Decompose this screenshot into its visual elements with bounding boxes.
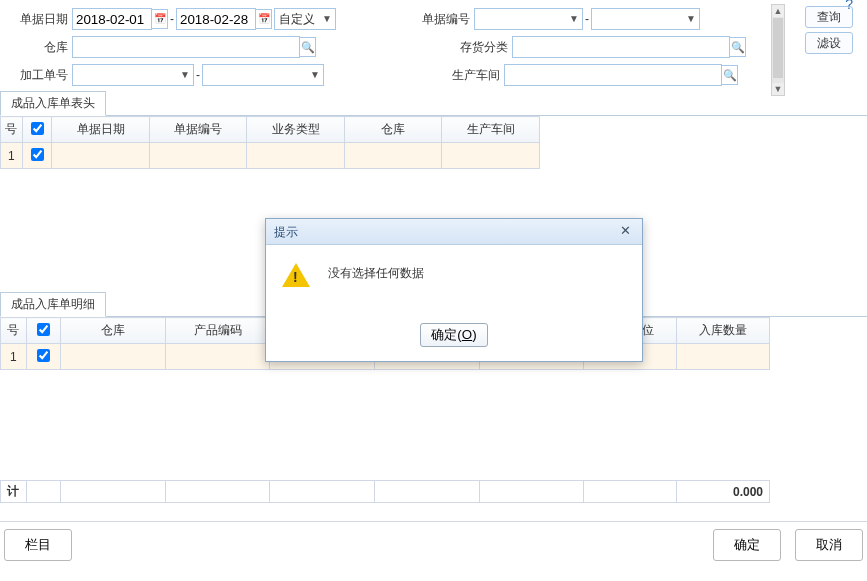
alert-dialog: 提示 ✕ 没有选择任何数据 确定(O)	[265, 218, 643, 362]
search-icon[interactable]: 🔍	[300, 37, 316, 57]
cancel-button[interactable]: 取消	[795, 529, 863, 561]
dialog-message: 没有选择任何数据	[328, 263, 424, 282]
cell-index: 1	[1, 143, 23, 169]
filter-scrollbar[interactable]: ▲ ▼	[771, 4, 785, 96]
col-no: 单据编号	[149, 117, 247, 143]
col-ws: 生产车间	[442, 117, 540, 143]
columns-button[interactable]: 栏目	[4, 529, 72, 561]
date-preset-value: 自定义	[275, 11, 319, 28]
ok-hotkey: O	[462, 327, 472, 342]
ok-button[interactable]: 确定	[713, 529, 781, 561]
chevron-down-icon[interactable]: ▼	[177, 65, 193, 85]
search-icon[interactable]: 🔍	[730, 37, 746, 57]
col-date: 单据日期	[52, 117, 150, 143]
chevron-down-icon[interactable]: ▼	[683, 9, 699, 29]
col-check	[26, 318, 61, 344]
dialog-ok-button[interactable]: 确定(O)	[420, 323, 487, 347]
docno-from-combo[interactable]: ▼	[474, 8, 583, 30]
processno-to-combo[interactable]: ▼	[202, 64, 324, 86]
dash: -	[168, 12, 176, 26]
search-icon[interactable]: 🔍	[722, 65, 738, 85]
col-biztype: 业务类型	[247, 117, 345, 143]
label-warehouse: 仓库	[0, 39, 72, 56]
docno-to-combo[interactable]: ▼	[591, 8, 700, 30]
totals-qty: 0.000	[676, 481, 769, 503]
col-wh: 仓库	[61, 318, 166, 344]
totals-row: 计 0.000	[0, 480, 770, 503]
workshop-input[interactable]	[504, 64, 722, 86]
date-preset-combo[interactable]: 自定义 ▼	[274, 8, 336, 30]
stockcat-input[interactable]	[512, 36, 730, 58]
date-to-input[interactable]	[176, 8, 256, 30]
col-prodcode: 产品编码	[165, 318, 270, 344]
date-from-input[interactable]	[72, 8, 152, 30]
ok-prefix: 确定(	[431, 327, 461, 342]
col-index: 号	[1, 318, 27, 344]
header-check-all[interactable]	[31, 122, 44, 135]
scroll-thumb[interactable]	[773, 18, 783, 78]
calendar-icon[interactable]: 📅	[256, 9, 272, 29]
dash: -	[194, 68, 202, 82]
calendar-icon[interactable]: 📅	[152, 9, 168, 29]
filter-settings-button[interactable]: 滤设	[805, 32, 853, 54]
tab-detail[interactable]: 成品入库单明细	[0, 292, 106, 317]
totals-label: 计	[1, 481, 27, 503]
label-workshop: 生产车间	[432, 67, 504, 84]
chevron-down-icon[interactable]: ▼	[307, 65, 323, 85]
warehouse-input[interactable]	[72, 36, 300, 58]
header-grid: 号 单据日期 单据编号 业务类型 仓库 生产车间 1	[0, 116, 540, 169]
scroll-down-icon[interactable]: ▼	[772, 83, 784, 95]
dialog-title: 提示	[274, 219, 616, 245]
label-docno: 单据编号	[402, 11, 474, 28]
scroll-up-icon[interactable]: ▲	[772, 5, 784, 17]
col-wh: 仓库	[344, 117, 442, 143]
col-index: 号	[1, 117, 23, 143]
close-icon[interactable]: ✕	[616, 223, 634, 241]
col-check	[22, 117, 52, 143]
label-stockcat: 存货分类	[440, 39, 512, 56]
label-date: 单据日期	[0, 11, 72, 28]
tab-header[interactable]: 成品入库单表头	[0, 91, 106, 116]
col-qty: 入库数量	[676, 318, 769, 344]
cell-index: 1	[1, 344, 27, 370]
ok-suffix: )	[472, 327, 476, 342]
dash: -	[583, 12, 591, 26]
detail-check-all[interactable]	[37, 323, 50, 336]
chevron-down-icon[interactable]: ▼	[319, 9, 335, 29]
table-row[interactable]: 1	[1, 143, 540, 169]
help-icon[interactable]: ?	[845, 0, 853, 12]
processno-from-combo[interactable]: ▼	[72, 64, 194, 86]
warning-icon	[282, 263, 310, 291]
row-checkbox[interactable]	[31, 148, 44, 161]
row-checkbox[interactable]	[37, 349, 50, 362]
label-processno: 加工单号	[0, 67, 72, 84]
chevron-down-icon[interactable]: ▼	[566, 9, 582, 29]
